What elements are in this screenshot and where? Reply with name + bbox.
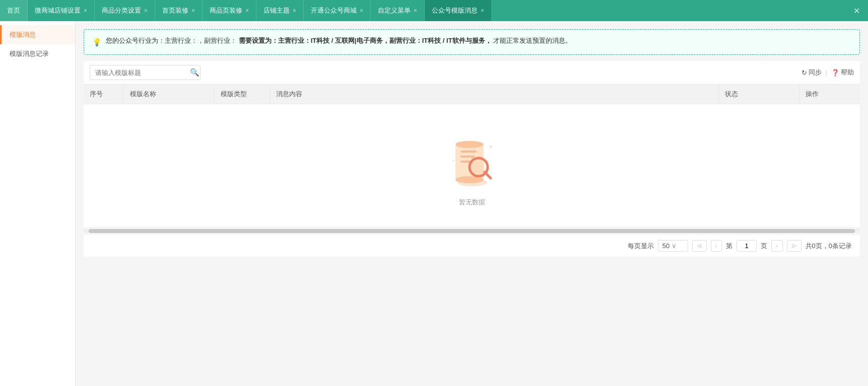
sidebar-item-template-msg-record[interactable]: 模版消息记录 bbox=[0, 44, 75, 63]
main-content: 💡 您的公众号行业为：主营行业：，副营行业： 需要设置为：主营行业：IT科技 /… bbox=[76, 21, 868, 386]
pagination: 每页显示 50 ∨ ⊲ ‹ 第 页 › ⊳ 共0页，0条记录 bbox=[84, 235, 860, 257]
nav-tab-template-msg[interactable]: 公众号模版消息 × bbox=[425, 0, 492, 21]
page-label-before: 第 bbox=[726, 242, 732, 251]
col-content: 消息内容 bbox=[270, 85, 719, 104]
help-label: 帮助 bbox=[841, 68, 854, 77]
nav-tab-home-decor[interactable]: 首页装修 × bbox=[155, 0, 203, 21]
nav-tab-wsc-shop-close[interactable]: × bbox=[84, 7, 87, 14]
nav-tab-open-mall-close[interactable]: × bbox=[360, 7, 363, 14]
nav-tab-shop-theme-label: 店铺主题 bbox=[263, 6, 290, 15]
last-page-button[interactable]: ⊳ bbox=[787, 240, 802, 252]
search-group: 🔍 bbox=[90, 65, 201, 80]
help-icon: ❓ bbox=[831, 69, 839, 76]
scroll-track[interactable] bbox=[84, 229, 860, 233]
nav-tab-shop-theme-close[interactable]: × bbox=[293, 7, 296, 14]
page-layout: 模版消息 模版消息记录 💡 您的公众号行业为：主营行业：，副营行业： 需要设置为… bbox=[0, 21, 868, 386]
sidebar-item-template-msg[interactable]: 模版消息 bbox=[0, 25, 75, 44]
notice-icon: 💡 bbox=[92, 36, 102, 48]
nav-tab-product-decor-label: 商品页装修 bbox=[210, 6, 242, 15]
page-size-label: 每页显示 bbox=[628, 242, 654, 251]
nav-tab-shop-theme[interactable]: 店铺主题 × bbox=[256, 0, 304, 21]
col-action: 操作 bbox=[799, 85, 860, 104]
nav-tab-home-label: 首页 bbox=[7, 6, 20, 15]
page-size-dropdown-icon: ∨ bbox=[672, 242, 677, 250]
notice-prefix: 您的公众号行业为：主营行业：，副营行业： bbox=[106, 37, 237, 44]
notice-box: 💡 您的公众号行业为：主营行业：，副营行业： 需要设置为：主营行业：IT科技 /… bbox=[84, 29, 860, 55]
search-input[interactable] bbox=[90, 66, 185, 79]
notice-text: 您的公众号行业为：主营行业：，副营行业： 需要设置为：主营行业：IT科技 / 互… bbox=[106, 36, 572, 46]
nav-tab-home[interactable]: 首页 bbox=[0, 0, 28, 21]
sidebar-item-template-msg-label: 模版消息 bbox=[10, 31, 36, 38]
toolbar: 🔍 ↻ 同步 | ❓ 帮助 bbox=[84, 61, 860, 84]
first-page-button[interactable]: ⊲ bbox=[692, 240, 707, 252]
empty-text: 暂无数据 bbox=[459, 198, 485, 207]
nav-tab-product-decor[interactable]: 商品页装修 × bbox=[203, 0, 256, 21]
nav-tab-custom-menu-label: 自定义菜单 bbox=[378, 6, 411, 15]
search-icon: 🔍 bbox=[190, 68, 199, 76]
col-index: 序号 bbox=[84, 85, 124, 104]
nav-tab-product-decor-close[interactable]: × bbox=[245, 7, 249, 14]
total-info: 共0页，0条记录 bbox=[806, 242, 852, 251]
prev-page-button[interactable]: ‹ bbox=[711, 240, 722, 252]
svg-point-9 bbox=[472, 161, 485, 174]
toolbar-right: ↻ 同步 | ❓ 帮助 bbox=[802, 68, 854, 77]
nav-tab-template-msg-close[interactable]: × bbox=[481, 7, 484, 14]
nav-tab-home-decor-label: 首页装修 bbox=[162, 6, 188, 15]
nav-tab-open-mall-label: 开通公众号商城 bbox=[311, 6, 357, 15]
col-type: 模版类型 bbox=[215, 85, 270, 104]
sync-button[interactable]: ↻ 同步 bbox=[802, 68, 822, 77]
page-size-value: 50 bbox=[662, 242, 670, 250]
svg-text:✦: ✦ bbox=[452, 159, 455, 163]
page-label-after: 页 bbox=[761, 242, 767, 251]
nav-tab-custom-menu-close[interactable]: × bbox=[414, 7, 417, 14]
svg-text:✦: ✦ bbox=[489, 144, 493, 149]
notice-suffix: 才能正常发送预置的消息。 bbox=[493, 37, 572, 44]
notice-highlight: 需要设置为：主营行业：IT科技 / 互联网|电子商务，副营行业：IT科技 / I… bbox=[239, 37, 492, 44]
toolbar-divider: | bbox=[826, 69, 827, 76]
nav-tab-open-mall[interactable]: 开通公众号商城 × bbox=[304, 0, 371, 21]
svg-point-2 bbox=[455, 141, 484, 148]
nav-tab-product-category-close[interactable]: × bbox=[144, 7, 148, 14]
sync-icon: ↻ bbox=[802, 69, 807, 76]
sync-label: 同步 bbox=[809, 68, 822, 77]
search-button[interactable]: 🔍 bbox=[185, 65, 201, 80]
nav-tab-product-category[interactable]: 商品分类设置 × bbox=[95, 0, 155, 21]
svg-rect-4 bbox=[460, 150, 477, 152]
current-page-input[interactable] bbox=[737, 240, 757, 252]
close-all-tabs-button[interactable]: ✕ bbox=[845, 6, 868, 16]
scroll-thumb[interactable] bbox=[89, 229, 855, 233]
next-page-button[interactable]: › bbox=[771, 240, 782, 252]
nav-tab-wsc-shop[interactable]: 微商城店铺设置 × bbox=[28, 0, 95, 21]
top-navigation: 首页 微商城店铺设置 × 商品分类设置 × 首页装修 × 商品页装修 × 店铺主… bbox=[0, 0, 868, 21]
nav-tab-custom-menu[interactable]: 自定义菜单 × bbox=[371, 0, 425, 21]
empty-illustration: ✦ ✦ bbox=[444, 134, 500, 190]
sidebar-item-template-msg-record-label: 模版消息记录 bbox=[10, 50, 49, 57]
nav-tab-template-msg-label: 公众号模版消息 bbox=[432, 6, 478, 15]
nav-tab-wsc-shop-label: 微商城店铺设置 bbox=[35, 6, 81, 15]
help-button[interactable]: ❓ 帮助 bbox=[831, 68, 854, 77]
col-status: 状态 bbox=[719, 85, 799, 104]
nav-tab-home-decor-close[interactable]: × bbox=[191, 7, 195, 14]
sidebar: 模版消息 模版消息记录 bbox=[0, 21, 76, 386]
table-header: 序号 模版名称 模版类型 消息内容 状态 操作 bbox=[84, 84, 860, 104]
svg-rect-5 bbox=[460, 156, 475, 158]
col-name: 模版名称 bbox=[124, 85, 215, 104]
nav-tab-product-category-label: 商品分类设置 bbox=[102, 6, 141, 15]
page-size-select[interactable]: 50 ∨ bbox=[658, 240, 688, 252]
empty-state: ✦ ✦ 暂无数据 bbox=[84, 104, 860, 227]
table-section: 🔍 ↻ 同步 | ❓ 帮助 序号 bbox=[84, 61, 860, 257]
